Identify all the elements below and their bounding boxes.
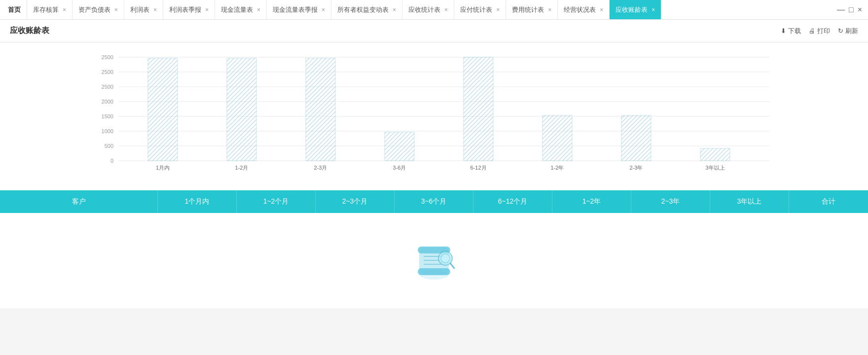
tab-ar-stats-label: 应收统计表 xyxy=(408,5,440,14)
tab-equity-label: 所有者权益变动表 xyxy=(337,5,389,14)
chart-area: 2500 2500 2500 2000 1500 1000 500 0 1月内 … xyxy=(0,42,868,190)
empty-state xyxy=(0,213,868,308)
tab-equity[interactable]: 所有者权益变动表 × xyxy=(331,0,402,20)
tab-cashflow-quarterly-close[interactable]: × xyxy=(322,6,325,13)
table-header: 客户 1个月内 1~2个月 2~3个月 3~6个月 6~12个月 1~2年 2~… xyxy=(0,190,868,213)
svg-text:2-3年: 2-3年 xyxy=(630,165,643,171)
tab-ar-stats[interactable]: 应收统计表 × xyxy=(402,0,454,20)
svg-point-33 xyxy=(441,254,450,263)
main-content: 2500 2500 2500 2000 1500 1000 500 0 1月内 … xyxy=(0,42,868,308)
tab-ar-aging-close[interactable]: × xyxy=(651,6,655,13)
svg-text:1500: 1500 xyxy=(102,113,113,119)
empty-icon xyxy=(407,233,461,287)
tab-profit-close[interactable]: × xyxy=(153,6,157,13)
col-total: 合计 xyxy=(789,190,868,213)
bar-1-2-month xyxy=(227,58,256,161)
bar-3-6-month xyxy=(385,132,414,161)
svg-text:2000: 2000 xyxy=(102,99,113,105)
svg-text:500: 500 xyxy=(105,143,113,149)
col-2-3year: 2~3年 xyxy=(631,190,710,213)
col-6-12month: 6~12个月 xyxy=(473,190,552,213)
print-button[interactable]: 🖨 打印 xyxy=(809,27,830,36)
tab-inventory-close[interactable]: × xyxy=(63,6,66,13)
tab-ar-aging[interactable]: 应收账龄表 × xyxy=(610,0,661,20)
tab-operations[interactable]: 经营状况表 × xyxy=(558,0,610,20)
download-button[interactable]: ⬇ 下载 xyxy=(781,27,801,36)
tab-profit[interactable]: 利润表 × xyxy=(124,0,163,20)
page-header: 应收账龄表 ⬇ 下载 🖨 打印 ↻ 刷新 xyxy=(0,20,868,42)
bar-6-12-month xyxy=(464,57,493,161)
svg-text:2500: 2500 xyxy=(102,54,113,60)
svg-rect-28 xyxy=(418,268,450,275)
refresh-button[interactable]: ↻ 刷新 xyxy=(838,27,858,36)
tab-balance-sheet[interactable]: 资产负债表 × xyxy=(72,0,124,20)
bar-2-3-year xyxy=(621,115,651,161)
svg-text:6-12月: 6-12月 xyxy=(470,165,486,171)
tab-expense-stats[interactable]: 费用统计表 × xyxy=(506,0,558,20)
tab-cashflow-label: 现金流量表 xyxy=(221,5,253,14)
tab-operations-label: 经营状况表 xyxy=(564,5,596,14)
bar-2-3-month xyxy=(306,58,335,161)
bar-1-month xyxy=(148,58,178,161)
svg-text:2-3月: 2-3月 xyxy=(314,165,327,171)
svg-text:2500: 2500 xyxy=(102,84,113,90)
tab-profit-quarterly[interactable]: 利润表季报 × xyxy=(163,0,215,20)
download-label: 下载 xyxy=(788,27,801,36)
tab-expense-stats-close[interactable]: × xyxy=(548,6,551,13)
tab-balance-sheet-label: 资产负债表 xyxy=(78,5,110,14)
svg-text:3-6月: 3-6月 xyxy=(393,165,406,171)
tab-home-label: 首页 xyxy=(8,5,21,14)
tab-ap-stats-label: 应付统计表 xyxy=(460,5,492,14)
tab-profit-label: 利润表 xyxy=(130,5,149,14)
tab-bar: 首页 库存核算 × 资产负债表 × 利润表 × 利润表季报 × 现金流量表 × … xyxy=(0,0,868,20)
tab-ar-stats-close[interactable]: × xyxy=(444,6,448,13)
header-actions: ⬇ 下载 🖨 打印 ↻ 刷新 xyxy=(781,27,858,36)
col-2-3month: 2~3个月 xyxy=(316,190,395,213)
print-icon: 🖨 xyxy=(809,27,815,35)
tab-operations-close[interactable]: × xyxy=(600,6,603,13)
download-icon: ⬇ xyxy=(781,27,786,35)
tab-cashflow-quarterly-label: 现金流量表季报 xyxy=(273,5,318,14)
tab-profit-quarterly-close[interactable]: × xyxy=(205,6,209,13)
bar-1-2-year xyxy=(542,115,572,161)
tab-balance-sheet-close[interactable]: × xyxy=(114,6,118,13)
tab-expense-stats-label: 费用统计表 xyxy=(512,5,544,14)
svg-text:1月内: 1月内 xyxy=(156,165,170,171)
svg-line-34 xyxy=(450,263,454,268)
col-3plus: 3年以上 xyxy=(710,190,789,213)
svg-text:1000: 1000 xyxy=(102,128,113,134)
print-label: 打印 xyxy=(817,27,830,36)
col-1-2month: 1~2个月 xyxy=(237,190,316,213)
maximize-button[interactable]: □ xyxy=(849,5,854,14)
tab-cashflow[interactable]: 现金流量表 × xyxy=(215,0,267,20)
window-controls: — □ × xyxy=(833,5,866,14)
bar-chart: 2500 2500 2500 2000 1500 1000 500 0 1月内 … xyxy=(10,52,858,176)
tab-ap-stats[interactable]: 应付统计表 × xyxy=(454,0,506,20)
tab-inventory[interactable]: 库存核算 × xyxy=(27,0,72,20)
col-customer: 客户 xyxy=(0,190,158,213)
svg-text:0: 0 xyxy=(110,158,113,164)
tab-cashflow-close[interactable]: × xyxy=(257,6,260,13)
tab-home[interactable]: 首页 xyxy=(2,0,27,20)
tab-equity-close[interactable]: × xyxy=(393,6,396,13)
svg-text:1-2年: 1-2年 xyxy=(551,165,564,171)
svg-text:2500: 2500 xyxy=(102,69,113,75)
tab-profit-quarterly-label: 利润表季报 xyxy=(169,5,201,14)
tab-cashflow-quarterly[interactable]: 现金流量表季报 × xyxy=(267,0,331,20)
refresh-label: 刷新 xyxy=(845,27,858,36)
minimize-button[interactable]: — xyxy=(837,5,845,14)
page-title: 应收账龄表 xyxy=(10,26,49,36)
svg-text:3年以上: 3年以上 xyxy=(705,165,724,171)
tab-ar-aging-label: 应收账龄表 xyxy=(615,5,648,14)
bar-3plus-year xyxy=(700,148,730,161)
refresh-icon: ↻ xyxy=(838,27,843,35)
empty-illustration xyxy=(407,233,461,288)
col-1-2year: 1~2年 xyxy=(552,190,631,213)
tab-inventory-label: 库存核算 xyxy=(33,5,59,14)
col-1month: 1个月内 xyxy=(158,190,237,213)
tab-ap-stats-close[interactable]: × xyxy=(496,6,500,13)
svg-text:1-2月: 1-2月 xyxy=(235,165,249,171)
close-button[interactable]: × xyxy=(858,5,862,14)
col-3-6month: 3~6个月 xyxy=(395,190,473,213)
